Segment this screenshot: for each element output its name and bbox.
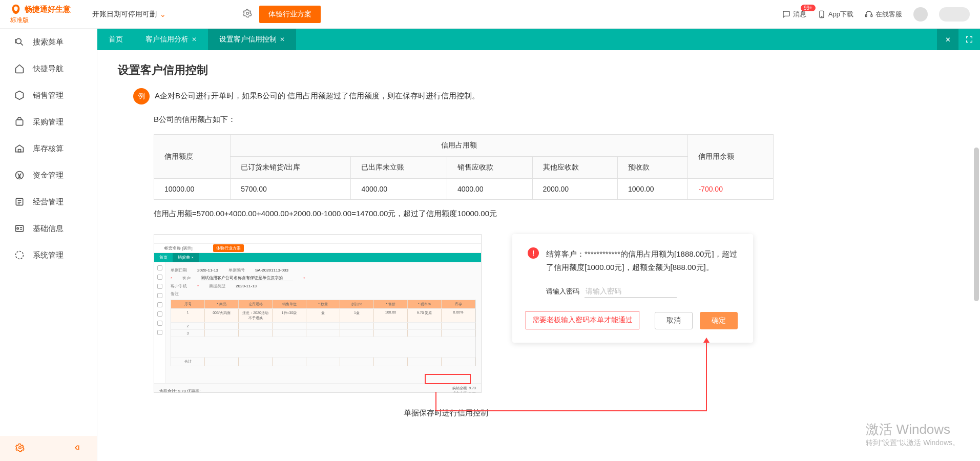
yen-icon xyxy=(14,170,25,180)
phone-icon xyxy=(818,10,826,18)
bag-icon xyxy=(14,117,25,127)
th-credit: 信用额度 xyxy=(154,135,231,179)
sidebar-item-business[interactable]: 经营管理 xyxy=(0,188,97,215)
connector-line xyxy=(435,392,712,423)
sidebar-item-search[interactable]: 搜索菜单 xyxy=(0,29,97,55)
warning-icon: ! xyxy=(528,247,539,259)
formula-text: 信用占用额=5700.00+4000.00+4000.00+2000.00-10… xyxy=(154,209,939,219)
messages-badge: 99+ xyxy=(801,5,816,11)
subtitle: B公司的信用额占如下： xyxy=(154,112,939,127)
sidebar-item-basedata[interactable]: 基础信息 xyxy=(0,215,97,242)
table-row: 10000.00 5700.00 4000.00 4000.00 2000.00… xyxy=(154,179,774,200)
tabs-bar: 首页 客户信用分析✕ 设置客户信用控制✕ ✕ xyxy=(97,29,980,50)
th-occupy: 信用占用额 xyxy=(231,135,688,157)
fullscreen-icon[interactable] xyxy=(958,29,980,50)
dialog-note: 需要老板输入密码本单才能通过 xyxy=(526,311,639,329)
dialog-text: 结算客户：************的信用占用额为[1888.00元]，超过了信用… xyxy=(546,247,738,274)
trial-button[interactable]: 体验行业方案 xyxy=(259,6,321,23)
sidebar: 搜索菜单 快捷导航 销售管理 采购管理 库存核算 资金管理 经营管理 基础信息 … xyxy=(0,29,97,461)
home-icon xyxy=(14,64,25,74)
user-menu[interactable] xyxy=(939,7,970,22)
illustration-row: 帐套名称 [演示] 体验行业方案 首页销货单 × 单据日期2020-11-13单… xyxy=(154,234,939,393)
credit-dialog: ! 结算客户：************的信用占用额为[1888.00元]，超过了… xyxy=(512,234,753,343)
th-balance: 信用用余额 xyxy=(688,135,774,179)
svg-point-20 xyxy=(19,447,22,449)
svg-rect-8 xyxy=(16,120,23,125)
close-icon[interactable]: ✕ xyxy=(280,36,285,43)
example-text: A企对B公司进行开单时，如果B公司的 信用占用额超过了信用额度，则在保存时进行信… xyxy=(155,88,479,103)
close-icon[interactable]: ✕ xyxy=(192,36,197,43)
account-selector-label: 开账日期可停用可删 xyxy=(92,10,157,19)
highlight-box xyxy=(425,374,471,384)
password-label: 请输入密码 xyxy=(546,287,579,296)
example-badge: 例 xyxy=(133,88,150,104)
sidebar-item-system[interactable]: 系统管理 xyxy=(0,242,97,268)
svg-line-6 xyxy=(20,43,23,46)
close-all-tabs[interactable]: ✕ xyxy=(937,29,958,50)
scrollbar[interactable] xyxy=(974,148,979,301)
sidebar-item-sales[interactable]: 销售管理 xyxy=(0,82,97,109)
chevron-down-icon: ⌄ xyxy=(160,10,166,18)
svg-point-0 xyxy=(246,12,249,15)
svg-point-16 xyxy=(17,227,18,229)
password-input[interactable] xyxy=(585,285,677,298)
headset-icon xyxy=(865,10,873,18)
brand-name: 畅捷通好生意 xyxy=(25,5,71,14)
page-title: 设置客户信用控制 xyxy=(118,62,954,78)
cancel-button[interactable]: 取消 xyxy=(655,312,693,329)
caption: 单据保存时进行信用控制 xyxy=(154,408,738,418)
svg-point-5 xyxy=(16,38,21,44)
gear-icon[interactable] xyxy=(243,9,252,19)
brand-edition: 标准版 xyxy=(10,16,29,25)
brand-logo: 畅捷通好生意 标准版 xyxy=(10,4,92,25)
download-link[interactable]: App下载 xyxy=(818,10,853,19)
mini-screenshot: 帐套名称 [演示] 体验行业方案 首页销货单 × 单据日期2020-11-13单… xyxy=(154,234,482,393)
svg-rect-4 xyxy=(871,14,872,16)
main-scroll[interactable]: 设置客户信用控制 例 A企对B公司进行开单时，如果B公司的 信用占用额超过了信用… xyxy=(97,50,980,461)
chat-icon xyxy=(782,10,790,18)
warehouse-icon xyxy=(14,143,25,154)
sidebar-item-quicknav[interactable]: 快捷导航 xyxy=(0,55,97,82)
tab-credit-control[interactable]: 设置客户信用控制✕ xyxy=(208,29,296,50)
svg-rect-9 xyxy=(18,150,21,152)
sidebar-item-stock[interactable]: 库存核算 xyxy=(0,135,97,162)
avatar[interactable] xyxy=(913,7,928,22)
card-icon xyxy=(14,223,25,234)
ok-button[interactable]: 确定 xyxy=(700,312,738,329)
sidebar-item-purchase[interactable]: 采购管理 xyxy=(0,109,97,135)
list-icon xyxy=(14,197,25,207)
svg-rect-3 xyxy=(865,14,867,16)
account-selector[interactable]: 开账日期可停用可删 ⌄ xyxy=(92,10,236,19)
search-icon xyxy=(14,37,25,47)
tag-icon xyxy=(14,90,25,100)
credit-table: 信用额度 信用占用额 信用用余额 已订货未销货/出库 已出库未立账 销售应收款 … xyxy=(154,134,774,200)
brand-icon xyxy=(10,4,22,15)
sidebar-item-funds[interactable]: 资金管理 xyxy=(0,162,97,188)
tab-credit-analysis[interactable]: 客户信用分析✕ xyxy=(134,29,208,50)
messages-link[interactable]: 消息 99+ xyxy=(782,10,806,19)
topbar: 畅捷通好生意 标准版 开账日期可停用可删 ⌄ 体验行业方案 消息 99+ App… xyxy=(0,0,980,29)
collapse-icon[interactable] xyxy=(72,443,81,454)
system-icon xyxy=(14,250,25,260)
service-link[interactable]: 在线客服 xyxy=(865,10,902,19)
tab-home[interactable]: 首页 xyxy=(97,29,134,50)
settings-icon[interactable] xyxy=(15,443,25,454)
svg-point-19 xyxy=(16,252,24,259)
sidebar-footer xyxy=(0,436,97,461)
